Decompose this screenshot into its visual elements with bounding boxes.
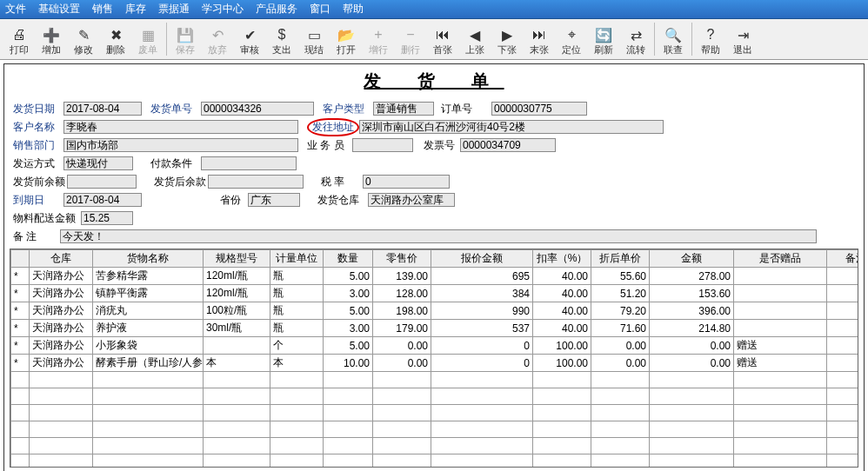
table-body[interactable]: *天润路办公苦参精华露120ml/瓶瓶5.00139.0069540.0055.… xyxy=(11,268,858,468)
cell-empty[interactable] xyxy=(93,372,204,388)
cell-unit[interactable]: 本 xyxy=(270,355,324,372)
cell-amt[interactable]: 0.00 xyxy=(650,337,734,355)
col-header[interactable]: 是否赠品 xyxy=(734,250,827,268)
cell-after[interactable]: 0.00 xyxy=(591,355,650,372)
cell-empty[interactable] xyxy=(827,421,858,438)
table-row-empty[interactable] xyxy=(11,454,858,468)
cell-quote[interactable]: 537 xyxy=(431,320,533,337)
cell-empty[interactable] xyxy=(204,388,270,405)
cell-empty[interactable] xyxy=(204,454,270,468)
menu-学习中心[interactable]: 学习中心 xyxy=(202,2,244,17)
tax-field[interactable]: 0 xyxy=(363,175,450,189)
tb-edit[interactable]: ✎修改 xyxy=(68,21,99,57)
cell-quote[interactable]: 990 xyxy=(431,302,533,320)
tb-locate[interactable]: ⌖定位 xyxy=(556,21,587,57)
cell-empty[interactable] xyxy=(204,372,270,388)
cell-spec[interactable]: 120ml/瓶 xyxy=(204,268,270,285)
cell-after[interactable]: 55.60 xyxy=(591,268,650,285)
cell-quote[interactable]: 695 xyxy=(431,268,533,285)
tb-last[interactable]: ⏭末张 xyxy=(524,21,555,57)
cell-after[interactable]: 71.60 xyxy=(591,320,650,337)
cell-spec[interactable]: 100粒/瓶 xyxy=(204,302,270,320)
table-row[interactable]: *天润路办公小形象袋个5.000.000100.000.000.00赠送 xyxy=(11,337,858,355)
cell-wh[interactable]: 天润路办公 xyxy=(30,320,93,337)
data-table[interactable]: 仓库货物名称规格型号计量单位数量零售价报价金额扣率（%）折后单价金额是否赠品备注… xyxy=(10,249,858,467)
post-bal-field[interactable] xyxy=(208,175,304,189)
cell-star[interactable]: * xyxy=(11,268,30,285)
cell-empty[interactable] xyxy=(373,454,431,468)
cell-spec[interactable]: 120ml/瓶 xyxy=(204,285,270,302)
cell-empty[interactable] xyxy=(650,454,734,468)
cell-rem[interactable] xyxy=(827,337,858,355)
cell-wh[interactable]: 天润路办公 xyxy=(30,337,93,355)
cell-gift[interactable] xyxy=(734,302,827,320)
cell-unit[interactable]: 瓶 xyxy=(270,285,324,302)
tb-pay[interactable]: $支出 xyxy=(266,21,297,57)
note-field[interactable]: 今天发！ xyxy=(60,229,817,243)
col-header[interactable]: 数量 xyxy=(324,250,373,268)
cell-unit[interactable]: 个 xyxy=(270,337,324,355)
cell-gift[interactable]: 赠送 xyxy=(734,355,827,372)
tb-print[interactable]: 🖨打印 xyxy=(3,21,35,57)
cell-disc[interactable]: 100.00 xyxy=(533,337,591,355)
cell-empty[interactable] xyxy=(373,405,431,421)
cell-empty[interactable] xyxy=(11,405,30,421)
cell-star[interactable]: * xyxy=(11,337,30,355)
cell-empty[interactable] xyxy=(591,454,650,468)
menu-产品服务[interactable]: 产品服务 xyxy=(256,2,297,17)
pre-bal-field[interactable] xyxy=(67,175,137,189)
cell-quote[interactable]: 384 xyxy=(431,285,533,302)
table-row[interactable]: *天润路办公养护液30ml/瓶瓶3.00179.0053740.0071.602… xyxy=(11,320,858,337)
cell-empty[interactable] xyxy=(591,405,650,421)
cell-empty[interactable] xyxy=(324,388,373,405)
tb-exit[interactable]: ⇥退出 xyxy=(727,21,758,57)
col-header[interactable]: 规格型号 xyxy=(204,250,270,268)
cell-quote[interactable]: 0 xyxy=(431,337,533,355)
due-field[interactable]: 2017-08-04 xyxy=(63,193,142,207)
cell-empty[interactable] xyxy=(30,438,93,454)
table-row[interactable]: *天润路办公消疣丸100粒/瓶瓶5.00198.0099040.0079.203… xyxy=(11,302,858,320)
cell-empty[interactable] xyxy=(270,388,324,405)
cell-empty[interactable] xyxy=(431,438,533,454)
col-header[interactable]: 零售价 xyxy=(373,250,431,268)
cell-after[interactable]: 79.20 xyxy=(591,302,650,320)
tb-first[interactable]: ⏮首张 xyxy=(427,21,458,57)
cell-empty[interactable] xyxy=(734,438,827,454)
cell-empty[interactable] xyxy=(827,388,858,405)
cell-gift[interactable] xyxy=(734,268,827,285)
cell-empty[interactable] xyxy=(11,388,30,405)
cell-disc[interactable]: 40.00 xyxy=(533,302,591,320)
cell-empty[interactable] xyxy=(324,421,373,438)
cell-empty[interactable] xyxy=(431,454,533,468)
cell-qty[interactable]: 5.00 xyxy=(324,268,373,285)
clerk-field[interactable] xyxy=(352,138,413,152)
tb-cash[interactable]: ▭现结 xyxy=(298,21,330,57)
cell-amt[interactable]: 153.60 xyxy=(650,285,734,302)
cell-empty[interactable] xyxy=(533,405,591,421)
cell-empty[interactable] xyxy=(734,372,827,388)
menu-库存[interactable]: 库存 xyxy=(125,2,146,17)
cell-empty[interactable] xyxy=(591,388,650,405)
cell-empty[interactable] xyxy=(93,388,204,405)
menu-文件[interactable]: 文件 xyxy=(5,2,26,17)
cell-empty[interactable] xyxy=(827,405,858,421)
cell-empty[interactable] xyxy=(324,438,373,454)
cell-rem[interactable] xyxy=(827,285,858,302)
cell-empty[interactable] xyxy=(204,405,270,421)
tb-flow[interactable]: ⇄流转 xyxy=(620,21,651,57)
cell-empty[interactable] xyxy=(591,372,650,388)
table-row-empty[interactable] xyxy=(11,421,858,438)
cell-rem[interactable] xyxy=(827,320,858,337)
cell-name[interactable]: 酵素手册（野山珍/人参松 xyxy=(93,355,204,372)
wh-field[interactable]: 天润路办公室库 xyxy=(368,193,455,207)
cell-disc[interactable]: 40.00 xyxy=(533,268,591,285)
cell-empty[interactable] xyxy=(11,421,30,438)
col-header[interactable]: 货物名称 xyxy=(93,250,204,268)
cell-empty[interactable] xyxy=(650,438,734,454)
cell-name[interactable]: 苦参精华露 xyxy=(93,268,204,285)
menu-票据通[interactable]: 票据通 xyxy=(158,2,190,17)
cell-spec[interactable]: 本 xyxy=(204,355,270,372)
cust-name-field[interactable]: 李晓春 xyxy=(63,120,298,134)
order-no-field[interactable]: 0000030775 xyxy=(491,102,587,116)
prov-field[interactable]: 广东 xyxy=(248,193,300,207)
